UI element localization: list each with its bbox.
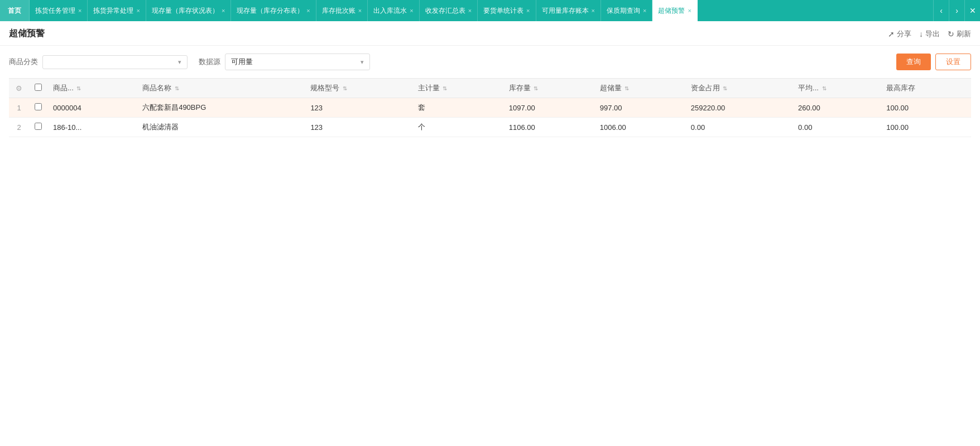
th-stock-label: 库存量 [509, 84, 531, 92]
sort-icon: ⇅ [76, 85, 81, 91]
page-content: 超储预警 ➚ 分享 ↓ 导出 ↻ 刷新 商品分类 ▾ 数据源 [0, 21, 980, 446]
th-spec[interactable]: 规格型号 ⇅ [305, 79, 412, 98]
cell-max-stock: 100.00 [881, 98, 971, 118]
close-icon[interactable]: × [222, 7, 225, 14]
th-product-code[interactable]: 商品... ⇅ [47, 79, 137, 98]
nav-home[interactable]: 首页 [0, 0, 30, 21]
sort-icon: ⇅ [534, 85, 538, 91]
nav-item-overstock-warning[interactable]: 超储预警 × [652, 0, 697, 21]
nav-label: 出入库流水 [373, 6, 407, 16]
nav-prev-button[interactable]: ‹ [933, 0, 949, 21]
export-button[interactable]: ↓ 导出 [919, 29, 940, 39]
close-icon[interactable]: × [78, 7, 81, 14]
row-checkbox[interactable] [35, 103, 42, 110]
export-label: 导出 [925, 29, 940, 39]
nav-next-button[interactable]: › [949, 0, 964, 21]
close-icon[interactable]: × [592, 7, 595, 14]
nav-item-available-account[interactable]: 可用量库存账本 × [536, 0, 601, 21]
query-button[interactable]: 查询 [896, 54, 931, 70]
row-number: 1 [9, 98, 29, 118]
category-filter-group: 商品分类 ▾ [9, 55, 188, 69]
cell-spec: 123 [305, 118, 412, 137]
nav-label: 现存量（库存分布表） [237, 6, 304, 16]
close-icon[interactable]: × [468, 7, 472, 14]
nav-item-inout-flow[interactable]: 出入库流水 × [368, 0, 419, 21]
th-product-name[interactable]: 商品名称 ⇅ [137, 79, 305, 98]
nav-label: 现存量（库存状况表） [152, 6, 219, 16]
cell-unit: 个 [412, 118, 503, 137]
nav-item-inventory-status[interactable]: 现存量（库存状况表） × [146, 0, 231, 21]
sort-icon: ⇅ [443, 85, 447, 91]
th-overstock-label: 超储量 [600, 84, 622, 92]
nav-label: 收发存汇总表 [425, 6, 465, 16]
datasource-select[interactable]: 可用量 ▾ [225, 54, 370, 70]
th-unit-label: 主计量 [418, 84, 440, 92]
datasource-label: 数据源 [199, 57, 220, 67]
header-actions: ➚ 分享 ↓ 导出 ↻ 刷新 [888, 29, 971, 39]
th-max-stock-label: 最高库存 [886, 84, 915, 92]
share-button[interactable]: ➚ 分享 [888, 29, 911, 39]
th-settings[interactable]: ⚙ [9, 79, 29, 98]
cell-avg: 260.00 [792, 98, 881, 118]
filter-buttons: 查询 设置 [896, 54, 971, 70]
category-label: 商品分类 [9, 57, 38, 67]
datasource-value: 可用量 [231, 57, 253, 67]
close-icon[interactable]: × [688, 7, 691, 14]
row-checkbox[interactable] [35, 123, 42, 130]
nav-home-label: 首页 [8, 6, 21, 16]
category-select[interactable]: ▾ [42, 55, 188, 69]
page-header: 超储预警 ➚ 分享 ↓ 导出 ↻ 刷新 [0, 21, 980, 46]
close-icon[interactable]: × [643, 7, 646, 14]
cell-product-name: 六配套新昌490BPG [137, 98, 305, 118]
nav-item-quality-check[interactable]: 保质期查询 × [601, 0, 652, 21]
th-spec-label: 规格型号 [310, 84, 339, 92]
cell-overstock: 1006.00 [594, 118, 685, 137]
nav-label: 要货单统计表 [483, 6, 523, 16]
nav-item-task-mgmt[interactable]: 拣货任务管理 × [30, 0, 88, 21]
th-max-stock: 最高库存 [881, 79, 971, 98]
share-label: 分享 [897, 29, 911, 39]
data-table: ⚙ 商品... ⇅ 商品名称 ⇅ 规格型号 ⇅ [9, 78, 971, 137]
th-product-code-label: 商品... [53, 84, 74, 92]
close-icon[interactable]: × [526, 7, 530, 14]
nav-item-inventory-dist[interactable]: 现存量（库存分布表） × [231, 0, 316, 21]
nav-item-batch-account[interactable]: 库存批次账 × [316, 0, 368, 21]
close-icon[interactable]: × [136, 7, 140, 14]
nav-close-button[interactable]: ✕ [964, 0, 980, 21]
export-icon: ↓ [919, 30, 923, 38]
close-icon[interactable]: × [306, 7, 310, 14]
th-capital-usage-label: 资金占用 [691, 84, 720, 92]
th-overstock[interactable]: 超储量 ⇅ [594, 79, 685, 98]
top-navigation: 首页 拣货任务管理 × 拣货异常处理 × 现存量（库存状况表） × 现存量（库存… [0, 0, 980, 21]
cell-stock: 1106.00 [503, 118, 594, 137]
th-capital-usage[interactable]: 资金占用 ⇅ [685, 79, 792, 98]
close-icon[interactable]: × [358, 7, 362, 14]
filter-area: 商品分类 ▾ 数据源 可用量 ▾ 查询 设置 [0, 46, 980, 78]
nav-item-order-stats[interactable]: 要货单统计表 × [478, 0, 536, 21]
refresh-icon: ↻ [948, 30, 954, 38]
cell-spec: 123 [305, 98, 412, 118]
table-row: 1 0000004 六配套新昌490BPG 123 套 1097.00 997.… [9, 98, 971, 118]
settings-button[interactable]: 设置 [935, 54, 971, 70]
nav-item-collect-summary[interactable]: 收发存汇总表 × [420, 0, 478, 21]
cell-product-code: 0000004 [47, 98, 137, 118]
select-all-checkbox[interactable] [35, 84, 42, 91]
close-icon[interactable]: × [410, 7, 413, 14]
table-container: ⚙ 商品... ⇅ 商品名称 ⇅ 规格型号 ⇅ [0, 78, 980, 137]
sort-icon: ⇅ [822, 85, 827, 91]
th-avg-label: 平均... [798, 84, 819, 92]
cell-capital-usage: 0.00 [685, 118, 792, 137]
row-checkbox-cell [29, 118, 47, 137]
th-unit[interactable]: 主计量 ⇅ [412, 79, 503, 98]
th-avg[interactable]: 平均... ⇅ [792, 79, 881, 98]
nav-arrows: ‹ › ✕ [933, 0, 980, 21]
th-stock[interactable]: 库存量 ⇅ [503, 79, 594, 98]
refresh-label: 刷新 [957, 29, 971, 39]
row-number: 2 [9, 118, 29, 137]
gear-icon[interactable]: ⚙ [16, 84, 22, 93]
refresh-button[interactable]: ↻ 刷新 [948, 29, 971, 39]
cell-avg: 0.00 [792, 118, 881, 137]
table-header-row: ⚙ 商品... ⇅ 商品名称 ⇅ 规格型号 ⇅ [9, 79, 971, 98]
cell-product-name: 机油滤清器 [137, 118, 305, 137]
nav-item-abnormal[interactable]: 拣货异常处理 × [88, 0, 146, 21]
